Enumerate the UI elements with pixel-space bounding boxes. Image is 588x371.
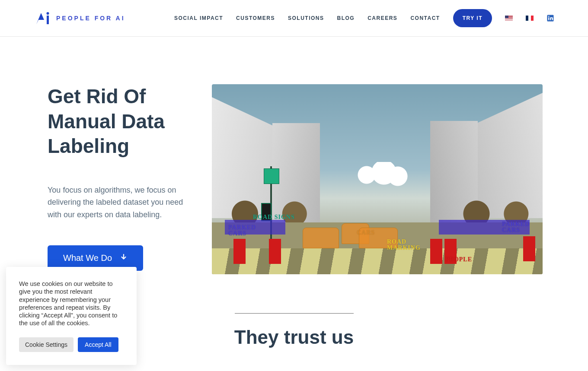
nav-contact[interactable]: CONTACT bbox=[410, 15, 440, 21]
site-header: PEOPLE FOR AI SOCIAL IMPACT CUSTOMERS SO… bbox=[0, 0, 588, 37]
hero-subtitle: You focus on algorithms, we focus on del… bbox=[48, 184, 195, 221]
cta-label: What We Do bbox=[63, 253, 112, 263]
hero-image: ROAD SIGNS PARKED CARS CARS ROAD MARKING… bbox=[212, 84, 543, 274]
annot-road-marking: ROAD MARKING bbox=[387, 239, 421, 251]
main-nav: SOCIAL IMPACT CUSTOMERS SOLUTIONS BLOG C… bbox=[174, 9, 554, 27]
nav-careers[interactable]: CAREERS bbox=[368, 15, 397, 21]
logo[interactable]: PEOPLE FOR AI bbox=[34, 10, 125, 27]
nav-social-impact[interactable]: SOCIAL IMPACT bbox=[174, 15, 223, 21]
divider bbox=[235, 313, 354, 314]
annot-road-signs: ROAD SIGNS bbox=[253, 214, 295, 221]
cookie-settings-button[interactable]: Cookie Settings bbox=[19, 337, 74, 352]
annot-parked-right: PARKED CARS bbox=[502, 221, 530, 233]
lang-en-icon[interactable] bbox=[505, 16, 513, 21]
hero-title: Get Rid Of Manual Data Labeling bbox=[48, 84, 195, 159]
arrow-down-icon bbox=[120, 253, 128, 263]
svg-point-1 bbox=[47, 12, 49, 15]
linkedin-icon[interactable] bbox=[546, 14, 554, 22]
cookie-text: We use cookies on our website to give yo… bbox=[19, 280, 124, 327]
svg-point-4 bbox=[548, 16, 549, 17]
nav-solutions[interactable]: SOLUTIONS bbox=[288, 15, 324, 21]
annot-parked-left: PARKED CARS bbox=[228, 225, 256, 237]
svg-rect-3 bbox=[548, 17, 549, 20]
svg-rect-0 bbox=[47, 16, 49, 24]
nav-customers[interactable]: CUSTOMERS bbox=[236, 15, 275, 21]
hero-section: Get Rid Of Manual Data Labeling You focu… bbox=[0, 37, 588, 274]
lang-fr-icon[interactable] bbox=[526, 16, 534, 21]
cookie-banner: We use cookies on our website to give yo… bbox=[6, 267, 137, 365]
cookie-buttons: Cookie Settings Accept All bbox=[19, 337, 124, 352]
hero-copy: Get Rid Of Manual Data Labeling You focu… bbox=[48, 84, 195, 274]
logo-mark-icon bbox=[34, 10, 51, 27]
logo-text: PEOPLE FOR AI bbox=[56, 15, 125, 22]
annot-cars: CARS bbox=[357, 229, 375, 236]
hero-image-wrap: ROAD SIGNS PARKED CARS CARS ROAD MARKING… bbox=[212, 84, 543, 274]
try-it-button[interactable]: TRY IT bbox=[453, 9, 492, 27]
nav-blog[interactable]: BLOG bbox=[337, 15, 355, 21]
annot-people: PEOPLE bbox=[445, 256, 472, 263]
cookie-accept-button[interactable]: Accept All bbox=[78, 337, 118, 352]
